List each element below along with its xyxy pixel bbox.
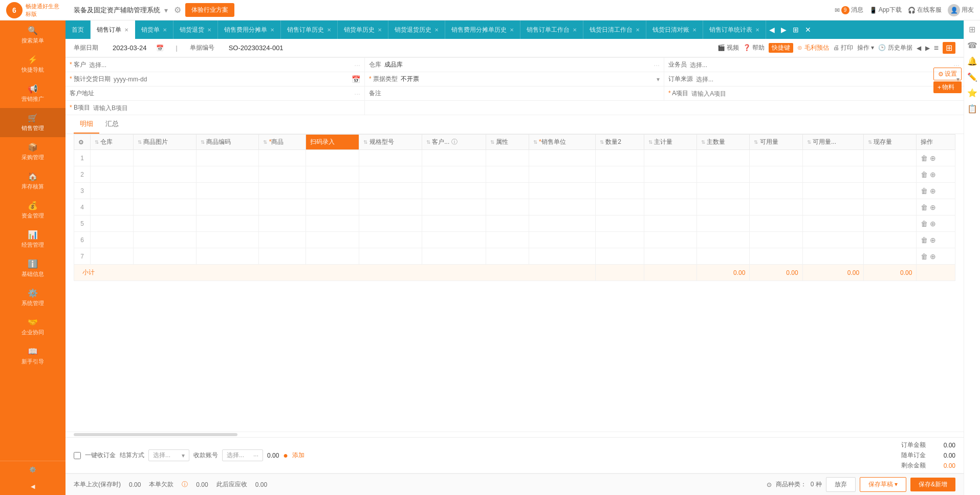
sidebar-item-inventory[interactable]: 🏠 库存核算	[0, 166, 66, 196]
row-1-warehouse[interactable]	[91, 150, 134, 166]
customer-address-input[interactable]	[97, 90, 349, 97]
this-order-info-icon[interactable]: ⓘ	[182, 480, 188, 489]
row-1-image[interactable]	[134, 150, 197, 166]
sidebar-item-basic[interactable]: ℹ️ 基础信息	[0, 254, 66, 283]
operations-btn[interactable]: 操作 ▾	[857, 44, 874, 52]
tab-daily-reconcile[interactable]: 钱货日清对账 ✕	[646, 20, 703, 39]
right-icon-1[interactable]: ⊞	[969, 25, 975, 34]
message-icon-area[interactable]: ✉ 9 消息	[835, 6, 863, 14]
row-1-customer-code[interactable]	[422, 150, 486, 166]
col-spec[interactable]: ⇅ 规格型号	[359, 135, 422, 150]
row-1-scan[interactable]	[306, 150, 359, 166]
tab-close-icon[interactable]: ✕	[378, 27, 382, 33]
row-1-main-qty[interactable]	[696, 150, 749, 166]
row-3-delete-icon[interactable]: 🗑	[921, 187, 928, 195]
a-project-input[interactable]	[691, 90, 960, 97]
sidebar-item-marketing[interactable]: 📢 营销推广	[0, 79, 66, 108]
row-1-qty2[interactable]	[595, 150, 644, 166]
payment-method-select[interactable]: 选择... ▾	[148, 449, 189, 461]
tab-close-icon[interactable]: ✕	[755, 27, 759, 33]
tab-order-workbench[interactable]: 销售订单工作台 ✕	[520, 20, 583, 39]
sidebar-item-finance[interactable]: 💰 资金管理	[0, 196, 66, 225]
right-icon-4[interactable]: ✏️	[967, 72, 977, 82]
grid-view-icon[interactable]: ⊞	[943, 42, 955, 54]
row-2-warehouse[interactable]	[91, 166, 134, 183]
row-4-delete-icon[interactable]: 🗑	[921, 203, 928, 211]
sidebar-item-search[interactable]: 🔍 搜索菜单	[0, 20, 66, 50]
row-6-delete-icon[interactable]: 🗑	[921, 236, 928, 244]
one-click-label[interactable]: 一键收订金	[85, 451, 116, 460]
tab-summary[interactable]: 汇总	[99, 115, 125, 134]
row-2-image[interactable]	[134, 166, 197, 183]
row-1-available[interactable]	[750, 150, 802, 166]
row-5-ops[interactable]: 🗑⊕	[917, 216, 955, 232]
delivery-date-input[interactable]	[114, 76, 349, 83]
row-4-ops[interactable]: 🗑⊕	[917, 199, 955, 216]
invoice-type-dropdown-icon[interactable]: ▾	[657, 76, 660, 83]
account-select[interactable]: 选择... ···	[222, 449, 263, 461]
sidebar-settings-btn[interactable]: ⚙️	[0, 461, 66, 478]
sidebar-item-purchase[interactable]: 📦 采购管理	[0, 137, 66, 166]
col-attr[interactable]: ⇅ 属性	[486, 135, 529, 150]
help-btn[interactable]: ❓ 帮助	[743, 44, 765, 52]
row-3-copy-icon[interactable]: ⊕	[930, 187, 936, 195]
col-main-qty[interactable]: ⇅ 主数量	[696, 135, 749, 150]
sidebar-item-management[interactable]: 📊 经营管理	[0, 225, 66, 254]
col-image[interactable]: ⇅ 商品图片	[134, 135, 197, 150]
tab-close-icon[interactable]: ✕	[270, 27, 274, 33]
tab-close-icon[interactable]: ✕	[434, 27, 439, 33]
col-qty2[interactable]: ⇅ 数量2	[595, 135, 644, 150]
col-customer-code[interactable]: ⇅ 客户... ⓘ	[422, 135, 486, 150]
right-icon-3[interactable]: 🔔	[967, 56, 977, 66]
tab-prev-btn[interactable]: ◀	[766, 20, 778, 39]
horizontal-scrollbar[interactable]	[74, 433, 237, 436]
list-view-icon[interactable]: ≡	[934, 44, 939, 53]
row-7-copy-icon[interactable]: ⊕	[930, 252, 936, 261]
add-btn[interactable]: 添加	[292, 451, 304, 460]
row-2-unit[interactable]	[529, 166, 595, 183]
add-icon[interactable]: ●	[283, 451, 288, 460]
tab-sales-expense[interactable]: 销售费用分摊单 ✕	[218, 20, 281, 39]
sidebar-item-quicknav[interactable]: ⚡ 快捷导航	[0, 50, 66, 79]
tab-sales-order[interactable]: 销售订单 ✕	[91, 20, 135, 39]
tab-close-icon[interactable]: ✕	[327, 27, 331, 33]
row-2-available[interactable]	[750, 166, 802, 183]
row-1-delete-icon[interactable]: 🗑	[921, 154, 928, 162]
table-container[interactable]: ⚙ ⇅ 仓库 ⇅ 商品图片 ⇅ 商品编码 ⇅ *商品 扫码录入 ⇅ 规格型号 ⇅…	[66, 134, 964, 432]
col-scan[interactable]: 扫码录入	[306, 135, 359, 150]
row-6-copy-icon[interactable]: ⊕	[930, 236, 936, 244]
shortcut-btn[interactable]: 快捷键	[769, 43, 793, 53]
row-1-unit[interactable]	[529, 150, 595, 166]
right-icon-5[interactable]: ⭐	[967, 88, 977, 98]
row-1-main-unit[interactable]	[644, 150, 696, 166]
discard-btn[interactable]: 放弃	[826, 477, 856, 492]
row-1-spec[interactable]	[359, 150, 422, 166]
address-more-icon[interactable]: ···	[354, 90, 360, 98]
product-count-icon[interactable]: ⊙	[767, 481, 772, 488]
tab-sales-order-history[interactable]: 销售订单历史 ✕	[281, 20, 338, 39]
row-4-copy-icon[interactable]: ⊕	[930, 203, 936, 211]
row-2-stock[interactable]	[864, 166, 917, 183]
sidebar-collapse-btn[interactable]: ◀	[0, 478, 66, 495]
settings-icon[interactable]: ⚙	[174, 5, 181, 15]
salesperson-input[interactable]	[690, 61, 948, 69]
nav-next-btn[interactable]: ▶	[925, 45, 930, 52]
row-1-copy-icon[interactable]: ⊕	[930, 154, 936, 162]
row-7-delete-icon[interactable]: 🗑	[921, 252, 928, 261]
sidebar-item-guide[interactable]: 📖 新手引导	[0, 341, 66, 371]
row-2-main-qty[interactable]	[696, 166, 749, 183]
account-more-icon[interactable]: ···	[253, 452, 258, 459]
col-setting-icon[interactable]: ⚙	[78, 139, 84, 146]
row-2-available2[interactable]	[802, 166, 863, 183]
row-2-delete-icon[interactable]: 🗑	[921, 170, 928, 179]
order-source-input[interactable]	[696, 76, 953, 83]
user-area[interactable]: 👤 用友	[948, 4, 974, 16]
tab-invoice-history[interactable]: 销货单历史 ✕	[338, 20, 388, 39]
tab-detail[interactable]: 明细	[74, 115, 99, 134]
delivery-calendar-icon[interactable]: 📅	[352, 75, 360, 83]
row-2-customer-code[interactable]	[422, 166, 486, 183]
online-support-area[interactable]: 🎧 在线客服	[908, 6, 942, 14]
preview-btn[interactable]: 🎬 视频	[717, 44, 739, 52]
row-1-product[interactable]	[259, 150, 306, 166]
col-stock[interactable]: ⇅ 现存量	[864, 135, 917, 150]
